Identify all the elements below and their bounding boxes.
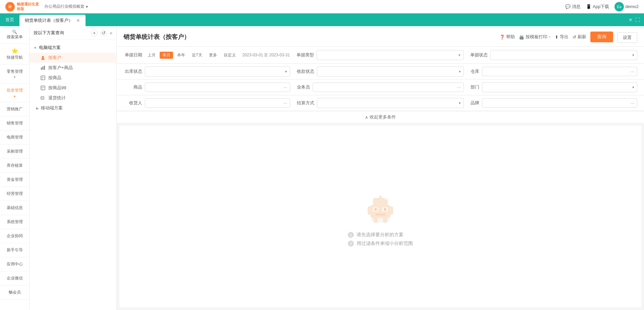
sidebar-item-inventory[interactable]: 库存核算	[0, 159, 29, 173]
mobile-group-header[interactable]: ▶ 移动端方案	[30, 103, 116, 113]
svg-rect-1	[41, 67, 42, 70]
receiver-select[interactable]: ···	[145, 98, 290, 108]
payment-method-select[interactable]: ▾	[317, 98, 464, 108]
refresh-action[interactable]: ↺ 刷新	[573, 34, 586, 40]
scheme-title: 按以下方案查询	[34, 30, 64, 36]
tab-sales-stat[interactable]: 销货单统计表（按客户） ✕	[19, 15, 86, 26]
sidebar-item-search[interactable]: 🔍 搜索菜单	[0, 26, 29, 44]
filter-row-4: 收货人 ··· 结算方式 ▾ 品牌	[117, 95, 644, 111]
doc-status-select[interactable]: ▾	[490, 50, 637, 60]
settings-button[interactable]: 设置	[617, 32, 637, 43]
product-icon-2	[40, 85, 46, 91]
product-label: 商品	[123, 84, 142, 90]
date-label: 单据日期	[123, 52, 142, 58]
download-icon: 📱	[586, 4, 591, 9]
scheme-tree: ▼ 电脑端方案 按客户	[30, 40, 116, 310]
app-download-action[interactable]: 📱 App下载	[586, 4, 609, 10]
sidebar-item-operation[interactable]: 经营管理	[0, 187, 29, 201]
collapse-bar[interactable]: ∧ 收起更多条件	[117, 111, 644, 123]
scheme-add-btn[interactable]: +	[91, 30, 98, 36]
scheme-panel: 按以下方案查询 + ↺ « ▼ 电脑端方案	[30, 26, 117, 310]
brand-label: 品牌	[471, 100, 479, 106]
out-status-select[interactable]: ▾	[145, 66, 290, 76]
receiver-label: 收货人	[123, 100, 142, 106]
sidebar-item-finance[interactable]: 资金管理	[0, 173, 29, 187]
scheme-collapse-btn[interactable]: «	[110, 30, 112, 36]
sidebar-item-quick-nav[interactable]: ⭐ 快捷导航	[0, 44, 29, 65]
scheme-item-by-customer-product[interactable]: 按客户+商品	[30, 63, 116, 73]
payment-method-label: 结算方式	[297, 100, 314, 106]
scheme-item-return-stat[interactable]: 退货统计	[30, 93, 116, 103]
maximize-icon[interactable]: ⛶	[635, 17, 640, 22]
sidebar-item-app-center[interactable]: 应用中心	[0, 257, 29, 271]
sidebar-item-purchase[interactable]: 采购管理	[0, 145, 29, 159]
payment-status-chevron: ▾	[459, 69, 461, 74]
department-select[interactable]: ▾	[482, 82, 637, 92]
sidebar-item-system[interactable]: 系统管理	[0, 215, 29, 229]
date-tab-7days[interactable]: 近7天	[189, 52, 205, 59]
warehouse-dots: ···	[630, 69, 634, 74]
desktop-group-header[interactable]: ▼ 电脑端方案	[30, 43, 116, 53]
export-action[interactable]: ⬆ 导出	[555, 34, 569, 40]
brand-dots: ···	[630, 100, 634, 106]
sidebar-item-base[interactable]: 基础信息	[0, 201, 29, 215]
doc-type-chevron: ▾	[459, 53, 461, 57]
query-button[interactable]: 查询	[590, 32, 613, 42]
scheme-item-by-customer-label: 按客户	[48, 55, 61, 61]
product-dots: ···	[283, 85, 287, 90]
message-action[interactable]: 💬 消息	[565, 4, 581, 10]
sidebar-item-sales[interactable]: 销售管理	[0, 116, 29, 131]
scheme-item-by-customer[interactable]: 按客户	[30, 53, 116, 63]
svg-rect-3	[44, 66, 45, 70]
scheme-item-by-product[interactable]: 按商品	[30, 73, 116, 83]
svg-rect-24	[374, 217, 378, 223]
date-tab-this-month[interactable]: 本月	[160, 52, 173, 59]
avatar: Ea	[614, 2, 624, 11]
industry-selector[interactable]: 办公用品行业模拟账套 ▾	[44, 4, 88, 9]
message-icon: 💬	[565, 4, 571, 9]
svg-point-21	[379, 196, 382, 198]
tab-close-icon[interactable]: ✕	[76, 18, 80, 23]
date-tab-custom[interactable]: 自定义	[221, 52, 238, 59]
user-action[interactable]: Ea demo2	[614, 2, 639, 11]
sidebar-item-ecommerce[interactable]: 电商管理	[0, 131, 29, 145]
svg-point-17	[374, 208, 377, 211]
scheme-header: 按以下方案查询 + ↺ «	[30, 26, 116, 40]
svg-rect-2	[43, 66, 44, 70]
header-left: 好 畅捷通好生意 标版 办公用品行业模拟账套 ▾	[5, 2, 88, 11]
date-tab-last-month[interactable]: 上月	[145, 52, 158, 59]
scheme-item-return-stat-label: 退货统计	[48, 95, 66, 101]
sidebar-item-wholesale[interactable]: 批发管理 ▴	[0, 84, 29, 102]
header-right: 💬 消息 📱 App下载 Ea demo2	[565, 2, 639, 11]
filter-salesperson: 业务员 ···	[297, 83, 464, 92]
page-title: 销货单统计表（按客户）	[123, 33, 190, 41]
filter-product: 商品 ···	[123, 83, 290, 92]
sidebar-item-retail[interactable]: 零售管理 ▾	[0, 65, 29, 84]
doc-type-label: 单据类型	[297, 52, 314, 58]
sidebar-item-enterprise[interactable]: 企业协同	[0, 229, 29, 243]
date-tab-more[interactable]: 更多	[206, 52, 220, 59]
help-action[interactable]: ❓ 帮助	[499, 34, 515, 40]
print-action[interactable]: 🖨️ 按模板打印 ▾	[519, 34, 551, 40]
sidebar-item-wechat[interactable]: 企业微信	[0, 271, 29, 286]
scheme-item-by-product-99[interactable]: 按商品99	[30, 83, 116, 93]
salesperson-select[interactable]: ···	[313, 83, 464, 92]
sidebar-item-marketing[interactable]: 营销推广	[0, 102, 29, 116]
close-window-icon[interactable]: ✕	[629, 17, 633, 22]
payment-status-select[interactable]: ▾	[317, 66, 464, 76]
product-select[interactable]: ···	[145, 83, 290, 92]
top-header: 好 畅捷通好生意 标版 办公用品行业模拟账套 ▾ 💬 消息 📱 App下载 Ea…	[0, 0, 644, 13]
scheme-item-by-product-label: 按商品	[48, 75, 61, 81]
empty-illustration	[360, 186, 400, 226]
main-layout: 🔍 搜索菜单 ⭐ 快捷导航 零售管理 ▾ 批发管理 ▴ 营销推广 销售管理 电商…	[0, 26, 644, 310]
scheme-item-by-customer-product-label: 按客户+商品	[48, 65, 73, 71]
doc-type-select[interactable]: ▾	[317, 50, 464, 60]
scheme-refresh-btn[interactable]: ↺	[100, 30, 107, 36]
out-status-label: 出库状态	[123, 68, 142, 74]
tab-home[interactable]: 首页	[0, 13, 19, 26]
warehouse-select[interactable]: ···	[482, 67, 637, 76]
brand-select[interactable]: ···	[482, 98, 637, 108]
date-tab-this-year[interactable]: 本年	[174, 52, 188, 59]
sidebar-item-newbie[interactable]: 新手引导	[0, 243, 29, 257]
sidebar-item-vip[interactable]: 畅会员	[0, 286, 29, 300]
